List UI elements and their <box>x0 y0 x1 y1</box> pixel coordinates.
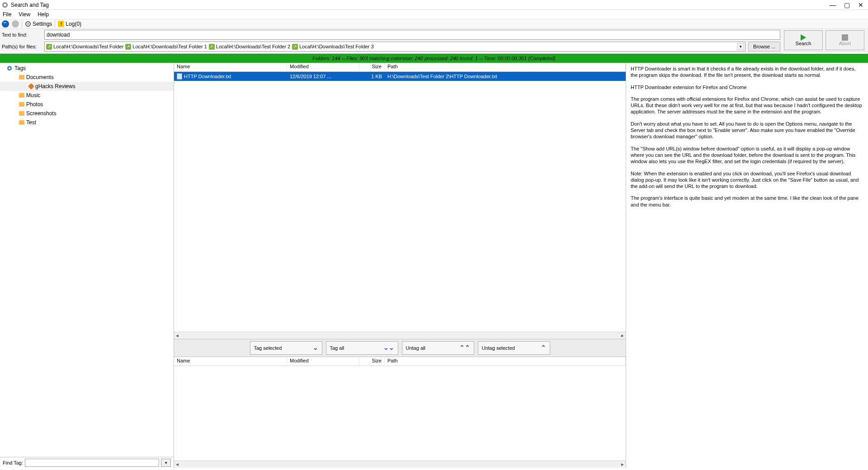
text-to-find-label: Text to find: <box>2 32 42 38</box>
app-icon <box>2 2 8 8</box>
tag-icon <box>28 83 34 89</box>
path-chip[interactable]: ↗Local\H:\Downloads\Test Folder 1 <box>125 44 207 50</box>
chevron-down-icon: ⌄ <box>313 344 318 351</box>
log-label: Log(0) <box>66 21 81 27</box>
preview-paragraph: Note: When the extension is enabled and … <box>631 170 863 190</box>
path-chip[interactable]: ↗Local\H:\Downloads\Test Folder 2 <box>209 44 290 50</box>
tag-actions-bar: Tag selected ⌄ Tag all ⌄⌄ Untag all ⌃⌃ U… <box>174 339 626 357</box>
preview-paragraph: The "Show add URL(s) window before downl… <box>631 146 863 165</box>
col-modified[interactable]: Modified <box>287 63 359 71</box>
warning-icon: ! <box>58 21 64 27</box>
browse-button[interactable]: Browse ... <box>748 42 780 52</box>
maximize-button[interactable]: ▢ <box>844 1 850 9</box>
text-to-find-input[interactable] <box>44 30 780 40</box>
tagged-header: Name Modified Size Path <box>174 357 626 366</box>
find-tag-label: Find Tag: <box>3 460 23 465</box>
col-modified[interactable]: Modified <box>287 357 359 366</box>
untag-selected-button[interactable]: Untag selected ⌃ <box>478 341 550 355</box>
col-path[interactable]: Path <box>385 357 626 366</box>
back-icon[interactable] <box>2 20 9 28</box>
find-tag-input[interactable] <box>25 459 159 467</box>
results-scrollbar[interactable]: ◄► <box>174 332 626 339</box>
svg-rect-5 <box>9 67 10 69</box>
tag-selected-button[interactable]: Tag selected ⌄ <box>250 341 322 355</box>
tree-item-photos[interactable]: Photos <box>0 100 174 109</box>
status-text: Folders: 144 -- Files: 903 matching exte… <box>312 56 555 61</box>
settings-label: Settings <box>33 21 52 27</box>
folder-icon <box>19 102 24 107</box>
tag-all-button[interactable]: Tag all ⌄⌄ <box>326 341 398 355</box>
tree-root-label: Tags <box>14 65 26 71</box>
path-chip[interactable]: ↗Local\H:\Downloads\Test Folder 3 <box>292 44 373 50</box>
svg-point-1 <box>4 4 6 6</box>
path-chip[interactable]: ↗Local\H:\Downloads\Test Folder <box>46 44 123 50</box>
results-header: Name Modified Size Path <box>174 63 626 72</box>
untag-all-button[interactable]: Untag all ⌃⌃ <box>402 341 474 355</box>
tagged-table: Name Modified Size Path ◄► <box>174 357 626 468</box>
center-area: Name Modified Size Path HTTP Downloader.… <box>174 63 626 468</box>
minimize-button[interactable]: — <box>830 1 836 9</box>
find-tag-row: Find Tag: ▾ <box>0 457 174 468</box>
col-path[interactable]: Path <box>385 63 626 71</box>
folder-icon <box>19 111 24 116</box>
search-button[interactable]: Search <box>784 30 823 50</box>
forward-icon[interactable] <box>12 20 19 28</box>
toolbar: Settings ! Log(0) <box>0 19 868 29</box>
menu-file[interactable]: File <box>3 11 11 18</box>
result-row[interactable]: HTTP Downloader.txt 12/6/2019 12:07 ... … <box>174 72 626 81</box>
toolbar-separator <box>55 20 55 28</box>
folder-icon <box>19 93 24 98</box>
col-size[interactable]: Size <box>359 63 385 71</box>
col-size[interactable]: Size <box>359 357 385 366</box>
col-name[interactable]: Name <box>174 63 287 71</box>
results-table: Name Modified Size Path HTTP Downloader.… <box>174 63 626 339</box>
tree-item-music[interactable]: Music <box>0 91 174 100</box>
preview-paragraph: HTTP Downloader is smart in that it chec… <box>631 66 863 79</box>
close-button[interactable]: ✕ <box>858 1 863 9</box>
abort-button[interactable]: Abort <box>826 30 864 50</box>
menu-view[interactable]: View <box>19 11 30 18</box>
path-chip-icon: ↗ <box>125 44 131 50</box>
tree-item-test[interactable]: Test <box>0 118 174 127</box>
preview-paragraph: The program comes with official extensio… <box>631 96 863 115</box>
paths-input[interactable]: ↗Local\H:\Downloads\Test Folder ↗Local\H… <box>44 42 745 52</box>
preview-pane: HTTP Downloader is smart in that it chec… <box>626 63 868 468</box>
status-bar: Folders: 144 -- Files: 903 matching exte… <box>0 54 868 63</box>
log-button[interactable]: ! Log(0) <box>58 21 81 27</box>
abort-button-label: Abort <box>839 41 851 46</box>
preview-paragraph: Don't worry about what you have to set. … <box>631 121 863 140</box>
menu-help[interactable]: Help <box>38 11 49 18</box>
path-chip-icon: ↗ <box>209 44 215 50</box>
tagged-body[interactable] <box>174 366 626 461</box>
double-chevron-down-icon: ⌄⌄ <box>383 344 394 351</box>
tree-item-screenshots[interactable]: Screenshots <box>0 109 174 118</box>
tree-item-documents[interactable]: Documents <box>0 73 174 82</box>
settings-button[interactable]: Settings <box>25 21 52 27</box>
path-chip-icon: ↗ <box>46 44 52 50</box>
play-icon <box>801 34 806 41</box>
results-body[interactable]: HTTP Downloader.txt 12/6/2019 12:07 ... … <box>174 72 626 332</box>
col-name[interactable]: Name <box>174 357 287 366</box>
tags-root-icon <box>6 65 13 71</box>
folder-icon <box>19 120 24 125</box>
titlebar: Search and Tag — ▢ ✕ <box>0 0 868 10</box>
folder-icon <box>19 75 24 80</box>
tree-root-tags[interactable]: Tags <box>0 64 174 73</box>
tags-tree[interactable]: Tags Documents gHacks Reviews Music Phot… <box>0 63 174 457</box>
stop-icon <box>842 34 848 41</box>
sidebar: Tags Documents gHacks Reviews Music Phot… <box>0 63 174 468</box>
path-chip-icon: ↗ <box>292 44 298 50</box>
file-icon <box>177 73 182 80</box>
chevron-up-icon: ⌃ <box>541 344 546 351</box>
menubar: File View Help <box>0 10 868 19</box>
search-button-label: Search <box>796 41 811 46</box>
paths-label: Path(s) for files: <box>2 44 42 49</box>
tagged-scrollbar[interactable]: ◄► <box>174 461 626 468</box>
preview-paragraph: The program's interface is quite basic a… <box>631 195 863 208</box>
find-tag-dropdown[interactable]: ▾ <box>161 459 171 467</box>
gear-icon <box>25 21 31 27</box>
window-title: Search and Tag <box>11 2 830 8</box>
tree-item-ghacks-reviews[interactable]: gHacks Reviews <box>0 82 174 91</box>
preview-paragraph: HTTP Downloader extension for Firefox an… <box>631 84 863 90</box>
paths-dropdown-icon[interactable]: ▾ <box>737 43 744 50</box>
